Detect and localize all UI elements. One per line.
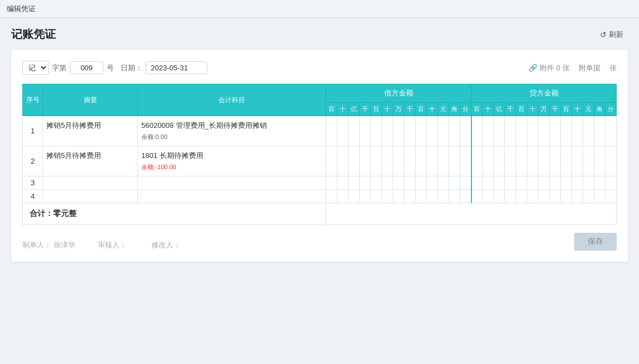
td-digit-3-11[interactable]	[449, 190, 460, 203]
td-digit-0-6[interactable]	[393, 116, 404, 146]
td-digit-3-4[interactable]	[371, 190, 382, 203]
td-digit-1-0[interactable]	[326, 146, 337, 176]
td-digit-2-24[interactable]	[594, 176, 605, 190]
td-digit-1-12[interactable]	[460, 146, 471, 176]
td-digit-3-16[interactable]	[505, 190, 516, 203]
date-input[interactable]	[146, 61, 207, 74]
td-digit-1-25[interactable]	[605, 146, 617, 176]
td-digit-1-5[interactable]	[382, 146, 393, 176]
td-digit-0-16[interactable]	[505, 116, 516, 146]
td-digit-3-8[interactable]	[416, 190, 427, 203]
td-digit-0-22[interactable]	[572, 116, 583, 146]
td-digit-2-4[interactable]	[371, 176, 382, 190]
td-digit-3-1[interactable]	[337, 190, 349, 203]
td-digit-1-2[interactable]	[349, 146, 360, 176]
td-digit-3-12[interactable]	[460, 190, 471, 203]
td-digit-3-24[interactable]	[594, 190, 605, 203]
td-digit-1-6[interactable]	[393, 146, 404, 176]
td-digit-2-17[interactable]	[516, 176, 527, 190]
td-digit-2-5[interactable]	[382, 176, 393, 190]
td-digit-1-3[interactable]	[360, 146, 371, 176]
td-digit-0-21[interactable]	[561, 116, 572, 146]
td-summary-3[interactable]	[43, 190, 138, 203]
td-digit-3-3[interactable]	[360, 190, 371, 203]
td-digit-0-0[interactable]	[326, 116, 337, 146]
td-digit-0-3[interactable]	[360, 116, 371, 146]
td-digit-0-9[interactable]	[427, 116, 438, 146]
td-digit-1-7[interactable]	[404, 146, 416, 176]
td-digit-2-2[interactable]	[349, 176, 360, 190]
td-digit-1-23[interactable]	[583, 146, 594, 176]
refresh-button[interactable]: ↺ 刷新	[595, 27, 628, 42]
td-digit-1-17[interactable]	[516, 146, 527, 176]
td-digit-2-21[interactable]	[561, 176, 572, 190]
td-digit-2-1[interactable]	[337, 176, 349, 190]
td-digit-0-13[interactable]	[471, 116, 483, 146]
td-digit-3-22[interactable]	[572, 190, 583, 203]
td-digit-2-13[interactable]	[471, 176, 483, 190]
td-digit-1-4[interactable]	[371, 146, 382, 176]
td-digit-1-24[interactable]	[594, 146, 605, 176]
td-digit-1-15[interactable]	[494, 146, 505, 176]
td-digit-2-11[interactable]	[449, 176, 460, 190]
td-summary-2[interactable]	[43, 176, 138, 190]
td-digit-3-6[interactable]	[393, 190, 404, 203]
td-digit-2-8[interactable]	[416, 176, 427, 190]
td-digit-0-11[interactable]	[449, 116, 460, 146]
td-digit-0-4[interactable]	[371, 116, 382, 146]
td-digit-2-3[interactable]	[360, 176, 371, 190]
td-digit-3-18[interactable]	[527, 190, 538, 203]
td-digit-3-15[interactable]	[494, 190, 505, 203]
td-digit-2-25[interactable]	[605, 176, 617, 190]
td-digit-0-17[interactable]	[516, 116, 527, 146]
td-digit-1-14[interactable]	[483, 146, 494, 176]
voucher-number-input[interactable]	[70, 61, 103, 74]
td-digit-1-18[interactable]	[527, 146, 538, 176]
td-digit-0-8[interactable]	[416, 116, 427, 146]
td-digit-0-15[interactable]	[494, 116, 505, 146]
td-digit-1-8[interactable]	[416, 146, 427, 176]
td-digit-0-10[interactable]	[438, 116, 449, 146]
td-digit-0-20[interactable]	[550, 116, 561, 146]
td-digit-3-19[interactable]	[538, 190, 550, 203]
td-digit-1-10[interactable]	[438, 146, 449, 176]
td-digit-3-0[interactable]	[326, 190, 337, 203]
td-digit-1-21[interactable]	[561, 146, 572, 176]
td-digit-2-15[interactable]	[494, 176, 505, 190]
td-digit-2-23[interactable]	[583, 176, 594, 190]
td-digit-2-0[interactable]	[326, 176, 337, 190]
td-digit-1-13[interactable]	[471, 146, 483, 176]
td-digit-3-10[interactable]	[438, 190, 449, 203]
td-digit-3-25[interactable]	[605, 190, 617, 203]
td-digit-0-18[interactable]	[527, 116, 538, 146]
td-digit-0-12[interactable]	[460, 116, 471, 146]
td-digit-1-11[interactable]	[449, 146, 460, 176]
td-account-2[interactable]	[138, 176, 326, 190]
td-digit-3-13[interactable]	[471, 190, 483, 203]
td-digit-3-5[interactable]	[382, 190, 393, 203]
td-digit-0-2[interactable]	[349, 116, 360, 146]
td-digit-1-16[interactable]	[505, 146, 516, 176]
td-digit-3-20[interactable]	[550, 190, 561, 203]
td-digit-0-23[interactable]	[583, 116, 594, 146]
td-digit-1-20[interactable]	[550, 146, 561, 176]
td-digit-1-19[interactable]	[538, 146, 550, 176]
td-digit-2-9[interactable]	[427, 176, 438, 190]
save-button[interactable]: 保存	[574, 233, 617, 251]
td-digit-1-9[interactable]	[427, 146, 438, 176]
td-digit-2-20[interactable]	[550, 176, 561, 190]
td-digit-2-19[interactable]	[538, 176, 550, 190]
td-digit-0-19[interactable]	[538, 116, 550, 146]
td-digit-3-23[interactable]	[583, 190, 594, 203]
td-digit-0-7[interactable]	[404, 116, 416, 146]
td-digit-1-22[interactable]	[572, 146, 583, 176]
td-digit-2-14[interactable]	[483, 176, 494, 190]
td-digit-2-22[interactable]	[572, 176, 583, 190]
attach-link[interactable]: 🔗 附件 0 张	[528, 63, 570, 73]
td-digit-2-6[interactable]	[393, 176, 404, 190]
td-account-1[interactable]: 1801 长期待摊费用余额:-100.00	[138, 146, 326, 176]
td-account-3[interactable]	[138, 190, 326, 203]
td-digit-2-7[interactable]	[404, 176, 416, 190]
td-digit-3-21[interactable]	[561, 190, 572, 203]
td-digit-3-17[interactable]	[516, 190, 527, 203]
